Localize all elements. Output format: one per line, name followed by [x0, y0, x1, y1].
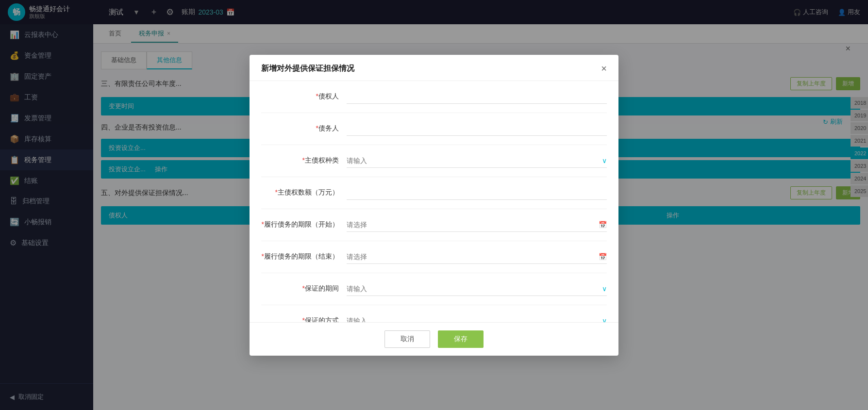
form-row-creditor: *债权人: [261, 81, 607, 113]
cancel-button[interactable]: 取消: [384, 330, 430, 348]
period-start-calendar-icon: 📅: [599, 221, 607, 229]
form-row-debtor: *债务人: [261, 113, 607, 145]
claim-type-chevron-icon: ∨: [602, 157, 607, 164]
form-row-guarantee-method: *保证的方式 ∨: [261, 305, 607, 322]
claim-amount-input[interactable]: [347, 186, 607, 200]
claim-type-label: *主债权种类: [261, 156, 339, 165]
claim-amount-label: *主债权数额（万元）: [261, 188, 339, 197]
creditor-label: *债权人: [261, 92, 339, 101]
period-start-date-wrapper[interactable]: 📅: [347, 218, 607, 232]
period-start-input[interactable]: [347, 218, 599, 231]
dialog-header: 新增对外提供保证担保情况 ×: [250, 55, 618, 81]
guarantee-method-label: *保证的方式: [261, 316, 339, 322]
period-end-calendar-icon: 📅: [599, 253, 607, 261]
claim-type-select-wrapper[interactable]: ∨: [347, 154, 607, 168]
form-row-claim-amount: *主债权数额（万元）: [261, 177, 607, 209]
guarantee-method-chevron-icon: ∨: [602, 317, 607, 322]
save-button[interactable]: 保存: [438, 330, 484, 348]
debtor-input[interactable]: [347, 122, 607, 136]
dialog-body: *债权人 *债务人 *主债权种类 ∨: [250, 81, 618, 322]
guarantee-period-input[interactable]: [347, 282, 602, 295]
guarantee-method-select-wrapper[interactable]: ∨: [347, 314, 607, 322]
debtor-label: *债务人: [261, 124, 339, 133]
period-end-date-wrapper[interactable]: 📅: [347, 250, 607, 264]
guarantee-period-label: *保证的期间: [261, 284, 339, 293]
form-row-period-start: *履行债务的期限（开始） 📅: [261, 209, 607, 241]
dialog-close-button[interactable]: ×: [601, 64, 607, 73]
form-row-claim-type: *主债权种类 ∨: [261, 145, 607, 177]
creditor-input[interactable]: [347, 90, 607, 104]
dialog-footer: 取消 保存: [250, 322, 618, 356]
period-end-label: *履行债务的期限（结束）: [261, 252, 339, 261]
period-start-label: *履行债务的期限（开始）: [261, 220, 339, 229]
dialog-title: 新增对外提供保证担保情况: [261, 64, 354, 74]
guarantee-method-input[interactable]: [347, 314, 602, 322]
period-end-input[interactable]: [347, 250, 599, 263]
form-row-period-end: *履行债务的期限（结束） 📅: [261, 241, 607, 273]
guarantee-period-select-wrapper[interactable]: ∨: [347, 282, 607, 296]
add-guarantee-dialog: 新增对外提供保证担保情况 × *债权人 *债务人 *主债权种类: [250, 55, 618, 356]
guarantee-period-chevron-icon: ∨: [602, 285, 607, 293]
form-row-guarantee-period: *保证的期间 ∨: [261, 273, 607, 305]
claim-type-input[interactable]: [347, 154, 602, 167]
dialog-overlay: 新增对外提供保证担保情况 × *债权人 *债务人 *主债权种类: [0, 0, 868, 410]
